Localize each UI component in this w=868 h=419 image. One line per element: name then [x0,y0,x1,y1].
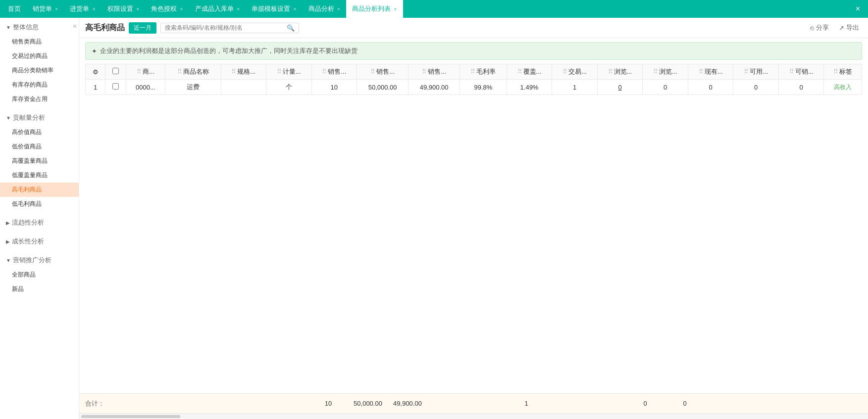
cell-browse2: 0 [643,80,688,95]
nav-role[interactable]: 角色授权 × [145,0,189,18]
nav-permission[interactable]: 权限设置 × [102,0,145,18]
search-icon[interactable]: 🔍 [287,24,295,32]
nav-sales-order-close[interactable]: × [55,6,58,12]
bottom-scrollbar[interactable] [79,413,868,419]
export-icon: ↗ [839,24,844,32]
col-coverage[interactable]: ⠿覆盖... [507,64,552,80]
sidebar-group-contribution-title[interactable]: ▼ 贡献量分析 [0,110,79,125]
sidebar-group-growth-title[interactable]: ▶ 成长性分析 [0,234,79,249]
summary-cell-transaction: 1 [507,398,546,409]
summary-cell-qty: 10 [308,398,348,409]
sidebar-group-marketing-label: 营销推广分析 [13,256,51,265]
sidebar-item-high-value[interactable]: 高价值商品 [0,125,79,140]
share-button[interactable]: ⎋ 分享 [807,22,832,34]
sidebar-item-high-coverage[interactable]: 高覆盖量商品 [0,154,79,168]
scrollbar-thumb[interactable] [81,415,180,418]
nav-template-close[interactable]: × [293,6,296,12]
col-transaction[interactable]: ⠿交易... [552,64,598,80]
row-checkbox[interactable] [112,83,119,90]
sidebar-item-low-margin[interactable]: 低毛利商品 [0,197,79,211]
nav-product-analysis-close[interactable]: × [337,6,340,12]
arrow-icon: ▼ [6,258,11,263]
sidebar-group-marketing-title[interactable]: ▼ 营销推广分析 [0,253,79,268]
nav-purchase-order-close[interactable]: × [92,6,95,12]
nav-product-analysis-label: 商品分析 [308,4,334,13]
main-layout: « ▼ 整体信息 销售类商品 交易过的商品 商品分类助销率 有库存的商品 库存资… [0,18,868,419]
cell-browse1[interactable]: 0 [597,80,643,95]
sidebar-group-marketing: ▼ 营销推广分析 全部商品 新品 [0,251,79,298]
col-spec[interactable]: ⠿规格... [221,64,266,80]
sidebar-item-new-goods[interactable]: 新品 [0,282,79,296]
time-filter-button[interactable]: 近一月 [129,22,156,34]
sidebar-group-overall-title[interactable]: ▼ 整体信息 [0,20,79,35]
nav-product-analysis[interactable]: 商品分析 × [303,0,346,18]
col-saleable-stock[interactable]: ⠿可销... [778,64,824,80]
summary-cell-2 [190,398,229,409]
sidebar-item-low-coverage[interactable]: 低覆盖量商品 [0,168,79,183]
export-button[interactable]: ↗ 导出 [836,22,862,34]
cell-name: 运费 [165,80,221,95]
cell-checkbox[interactable] [105,80,126,95]
nav-sales-order-label: 销货单 [33,4,52,13]
nav-permission-label: 权限设置 [107,4,133,13]
table-row: 1 0000... 运费 个 10 50,000.00 49,900.00 99… [86,80,862,95]
sidebar-group-growth-label: 成长性分析 [12,237,44,246]
summary-cell-9 [467,398,507,409]
col-settings[interactable]: ⚙ [86,64,105,80]
sidebar-item-high-margin[interactable]: 高毛利商品 [0,183,79,197]
nav-home[interactable]: 首页 [2,0,27,18]
sidebar-group-flow: ▶ 流趋性分析 [0,213,79,232]
footer-summary: 合计： 10 50,000.00 49,900.00 1 0 0 [79,393,868,413]
nav-purchase-order[interactable]: 进货单 × [64,0,101,18]
close-all-tabs[interactable]: × [850,4,866,13]
col-unit[interactable]: ⠿计量... [266,64,312,80]
col-sales-amt[interactable]: ⠿销售... [357,64,408,80]
search-input[interactable] [165,24,287,31]
col-sales-profit[interactable]: ⠿销售... [408,64,460,80]
browse1-link[interactable]: 0 [618,84,621,91]
arrow-icon: ▼ [6,115,11,121]
nav-template[interactable]: 单据模板设置 × [246,0,302,18]
content-area: 高毛利商品 近一月 🔍 ⎋ 分享 ↗ 导出 ✦ 企业的主要的利润都是这部分商品创… [79,18,868,419]
nav-product-inbound[interactable]: 产成品入库单 × [189,0,246,18]
select-all-checkbox[interactable] [112,68,119,74]
sidebar-item-low-value[interactable]: 低价值商品 [0,140,79,154]
col-checkbox[interactable] [105,64,126,80]
info-banner: ✦ 企业的主要的利润都是这部分商品创造的，可考虑加大推广，同时关注库存是不要出现… [85,42,862,60]
summary-cell-1 [150,398,190,409]
nav-role-close[interactable]: × [180,6,183,12]
col-browse1[interactable]: ⠿浏览... [597,64,643,80]
nav-product-analysis-list[interactable]: 商品分析列表 × [346,0,403,18]
cell-saleable-stock: 0 [778,80,824,95]
col-tag[interactable]: ⠿标签 [824,64,862,80]
sidebar-item-category-rate[interactable]: 商品分类助销率 [0,63,79,78]
col-name[interactable]: ⠿商品名称 [165,64,221,80]
cell-sales-qty: 10 [311,80,357,95]
sidebar-item-stock-goods[interactable]: 有库存的商品 [0,78,79,92]
summary-cell-8 [427,398,467,409]
summary-cell-amt: 50,000.00 [348,398,388,409]
info-icon: ✦ [92,47,97,55]
col-available-stock[interactable]: ⠿可用... [733,64,779,80]
sidebar-item-all-goods[interactable]: 全部商品 [0,268,79,282]
sidebar-group-contribution-label: 贡献量分析 [13,113,45,122]
col-code[interactable]: ⠿商... [126,64,165,80]
col-sales-qty[interactable]: ⠿销售... [311,64,357,80]
sidebar-item-sales-goods[interactable]: 销售类商品 [0,35,79,49]
nav-sales-order[interactable]: 销货单 × [27,0,64,18]
nav-product-inbound-close[interactable]: × [237,6,240,12]
sidebar-item-stock-fund[interactable]: 库存资金占用 [0,92,79,106]
sidebar-group-growth: ▶ 成长性分析 [0,232,79,251]
table-header-row: ⚙ ⠿商... ⠿商品名称 ⠿规格... ⠿计量... ⠿销售... ⠿销售..… [86,64,862,80]
summary-cell-0 [110,398,150,409]
sidebar-item-traded-goods[interactable]: 交易过的商品 [0,49,79,63]
col-margin-rate[interactable]: ⠿毛利率 [460,64,507,80]
sidebar-group-flow-title[interactable]: ▶ 流趋性分析 [0,215,79,230]
nav-product-analysis-list-close[interactable]: × [394,6,397,12]
nav-permission-close[interactable]: × [136,6,139,12]
col-current-stock[interactable]: ⠿现有... [688,64,733,80]
col-browse2[interactable]: ⠿浏览... [643,64,688,80]
nav-product-inbound-label: 产成品入库单 [195,4,234,13]
sidebar-collapse-btn[interactable]: « [73,22,77,30]
share-icon: ⎋ [810,24,814,32]
